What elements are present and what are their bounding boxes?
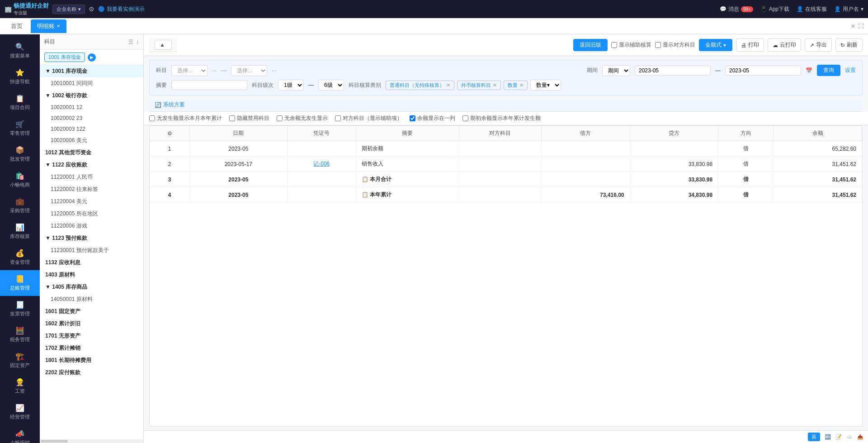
tree-item-11220005[interactable]: 11220005 所在地区 — [40, 208, 143, 220]
opening-show-checkbox[interactable] — [462, 115, 468, 121]
tab-close-all-icon[interactable]: ✕ — [851, 23, 855, 29]
messages-button[interactable]: 💬 消息 99+ — [720, 5, 753, 13]
table-row[interactable]: 42023-05📋 本年累计73,416.0034,830.98借31,451.… — [150, 187, 862, 203]
tree-item-14050001[interactable]: 14050001 原材料 — [40, 293, 143, 305]
subject-select-end[interactable]: 选择... — [231, 65, 267, 76]
tag-foreign-remove-icon[interactable]: ✕ — [493, 82, 497, 88]
print-btn[interactable]: 🖨 打印 — [736, 38, 764, 52]
export-btn[interactable]: ↗ 导出 — [805, 38, 832, 52]
show-aux-checkbox[interactable] — [611, 42, 617, 48]
tree-item-11220006[interactable]: 11220006 游戏 — [40, 220, 143, 232]
show-contra-checkbox-label[interactable]: 显示对方科目 — [655, 41, 695, 49]
tab-maximize-icon[interactable]: ⛶ — [858, 23, 863, 29]
tree-item-1123[interactable]: ▼ 1123 预付账款 — [40, 232, 143, 244]
tree-nav-next-btn[interactable]: ▶ — [88, 53, 96, 62]
quantity-select[interactable]: 数量▾ — [530, 80, 561, 91]
tag-quantity-remove-icon[interactable]: ✕ — [519, 82, 524, 88]
sidebar-item-invoice[interactable]: 🧾 发票管理 — [0, 296, 40, 322]
tree-item-1002[interactable]: ▼ 1002 银行存款 — [40, 90, 143, 102]
back-old-version-btn[interactable]: 退回旧版 — [573, 39, 608, 51]
period-start-input[interactable] — [635, 66, 711, 76]
sidebar-item-search[interactable]: 🔍 搜索菜单 — [0, 38, 40, 64]
tree-item-10010001[interactable]: 10010001 同同同 — [40, 77, 143, 90]
tag-foreign[interactable]: 外币核算科目 ✕ — [457, 81, 501, 90]
contra-show-checkbox[interactable] — [335, 115, 341, 121]
sync-icon[interactable]: ☁️ — [846, 434, 853, 440]
tree-scrollbar[interactable] — [40, 439, 143, 443]
table-row[interactable]: 32023-05📋 本月合计33,830.98借31,451.62 — [150, 172, 862, 187]
edit-icon[interactable]: 📝 — [835, 434, 842, 440]
tab-detail-account[interactable]: 明细账 ✕ — [31, 19, 66, 33]
balance-one-col-checkbox-label[interactable]: 余额显示在一列 — [410, 114, 455, 122]
app-download-button[interactable]: 📱 App下载 — [760, 5, 789, 13]
tree-item-10020003[interactable]: 10020003 122 — [40, 124, 143, 134]
upload-icon[interactable]: 📤 — [857, 434, 863, 440]
tree-item-1403[interactable]: 1403 原材料 — [40, 269, 143, 281]
period-type-select[interactable]: 期间 — [602, 65, 630, 76]
sidebar-item-wholesale[interactable]: 📦 批发管理 — [0, 141, 40, 167]
no-bal-show-checkbox-label[interactable]: 无余额无发生显示 — [277, 114, 328, 122]
tree-item-1602[interactable]: 1602 累计折旧 — [40, 318, 143, 330]
format-btn[interactable]: 金额式 ▾ — [699, 39, 732, 51]
tag-normal-remove-icon[interactable]: ✕ — [446, 82, 450, 88]
period-end-input[interactable] — [725, 66, 801, 76]
tree-item-11220001[interactable]: 11220001 人民币 — [40, 171, 143, 183]
scheme-btn[interactable]: 🔄 系统方案 — [155, 101, 185, 109]
tree-item-1132[interactable]: 1132 应收利息 — [40, 257, 143, 269]
summary-input[interactable] — [171, 80, 247, 90]
calendar-icon[interactable]: 📅 — [806, 67, 812, 74]
sidebar-item-operations[interactable]: 📈 经营管理 — [0, 399, 40, 425]
company-dropdown[interactable]: 企业名称 ▾ — [52, 5, 85, 14]
filter-settings-btn[interactable]: 设置 — [845, 67, 856, 74]
online-service-button[interactable]: 👤 在线客服 — [797, 5, 827, 13]
tree-item-1801[interactable]: 1801 长期待摊费用 — [40, 354, 143, 367]
sidebar-item-quick-nav[interactable]: ⭐ 快捷导航 — [0, 64, 40, 90]
query-btn[interactable]: 查询 — [817, 65, 840, 76]
table-row[interactable]: 22023-05-17记-006销售收入33,830.98借31,451.62 — [150, 157, 862, 172]
no-occur-show-checkbox[interactable] — [149, 115, 155, 121]
hide-disabled-checkbox[interactable] — [229, 115, 235, 121]
collapse-more-btn[interactable]: ▲ — [155, 40, 172, 50]
tree-list-icon[interactable]: ☰ — [128, 39, 133, 45]
tree-item-1405[interactable]: ▼ 1405 库存商品 — [40, 281, 143, 293]
no-bal-show-checkbox[interactable] — [277, 115, 283, 121]
balance-one-col-checkbox[interactable] — [410, 115, 415, 121]
tree-collapse-icon[interactable]: ↕ — [136, 39, 139, 45]
no-occur-show-checkbox-label[interactable]: 无发生额显示本月本年累计 — [149, 114, 222, 122]
col-gear[interactable]: ⚙ — [150, 126, 190, 141]
tree-item-10020006[interactable]: 10020006 美元 — [40, 134, 143, 147]
sidebar-item-ecommerce[interactable]: 🛍️ 小畅电商 — [0, 167, 40, 193]
sidebar-item-assets[interactable]: 🏗️ 固定资产 — [0, 348, 40, 373]
tag-normal[interactable]: 普通科目（无特殊核算） ✕ — [386, 81, 454, 90]
tab-close-icon[interactable]: ✕ — [57, 24, 60, 29]
tree-item-1701[interactable]: 1701 无形资产 — [40, 330, 143, 342]
show-aux-checkbox-label[interactable]: 显示辅助核算 — [611, 41, 651, 49]
sidebar-item-retail[interactable]: 🛒 零售管理 — [0, 115, 40, 141]
table-settings-icon[interactable]: ⚙ — [167, 130, 172, 137]
tree-item-11220002[interactable]: 11220002 往来标签 — [40, 183, 143, 195]
sidebar-item-inventory[interactable]: 📊 库存核算 — [0, 219, 40, 244]
sidebar-item-tax[interactable]: 🧮 税务管理 — [0, 322, 40, 348]
tree-item-1702[interactable]: 1702 累计摊销 — [40, 342, 143, 354]
tree-item-2202[interactable]: 2202 应付账款 — [40, 367, 143, 379]
sidebar-item-purchase[interactable]: 💼 采购管理 — [0, 193, 40, 219]
sidebar-item-expense[interactable]: 📣 小畅报销 — [0, 425, 40, 443]
sidebar-item-ledger[interactable]: 📒 总账管理 — [0, 270, 40, 296]
sidebar-item-salary[interactable]: 👷 工资 — [0, 373, 40, 399]
tree-item-10020001[interactable]: 10020001 12 — [40, 102, 143, 113]
cloud-print-btn[interactable]: ☁ 云打印 — [768, 38, 801, 52]
tree-item-1122[interactable]: ▼ 1122 应收账款 — [40, 159, 143, 171]
tab-home[interactable]: 首页 — [5, 19, 29, 33]
tree-item-1012[interactable]: 1012 其他货币资金 — [40, 147, 143, 159]
tree-item-1601[interactable]: 1601 固定资产 — [40, 305, 143, 318]
level-start-select[interactable]: 1级 — [278, 80, 304, 91]
sidebar-item-funds[interactable]: 💰 资金管理 — [0, 244, 40, 270]
tree-nav-current-btn[interactable]: 1001 库存现金 — [44, 52, 85, 62]
tag-quantity[interactable]: 数量 ✕ — [504, 81, 528, 90]
voucher-link[interactable]: 记-006 — [313, 161, 330, 167]
tree-item-1001[interactable]: ▼ 1001 库存现金 — [40, 65, 143, 77]
sidebar-item-project[interactable]: 📋 项目合同 — [0, 90, 40, 115]
refresh-btn[interactable]: ↻ 刷新 — [835, 38, 863, 52]
hide-disabled-checkbox-label[interactable]: 隐藏禁用科目 — [229, 114, 269, 122]
settings-gear-icon[interactable]: ⚙ — [89, 5, 94, 13]
